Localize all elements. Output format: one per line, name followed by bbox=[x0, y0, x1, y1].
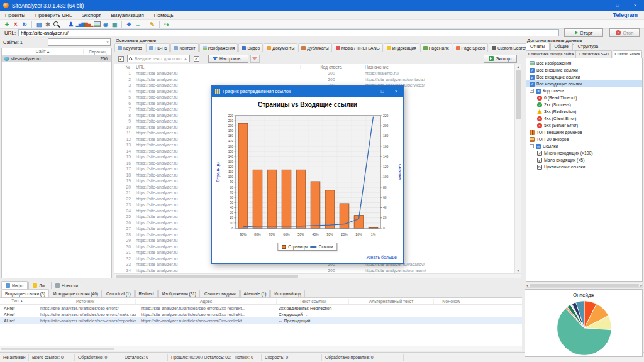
refresh-icon[interactable]: ↻ bbox=[21, 21, 28, 28]
col-url[interactable]: URL bbox=[133, 65, 301, 69]
sites-search-input[interactable] bbox=[48, 40, 106, 45]
bottom-subtab[interactable]: Сниппет выдачи bbox=[201, 290, 240, 297]
bottom-subtab[interactable]: Alternate (1) bbox=[240, 290, 270, 297]
export-tool-icon[interactable]: → bbox=[134, 21, 142, 28]
filter-checkbox[interactable]: ✓ bbox=[194, 56, 199, 62]
close-button[interactable]: × bbox=[626, 0, 644, 11]
col-nofollow[interactable]: NoFollow bbox=[434, 299, 469, 304]
start-button[interactable]: Старт bbox=[564, 28, 603, 37]
sites-col-site[interactable]: Сайт ▴ bbox=[2, 49, 84, 54]
col-address[interactable]: Адрес bbox=[136, 299, 277, 304]
links-hscroll-thumb[interactable] bbox=[1, 348, 114, 350]
table-search-input[interactable] bbox=[133, 56, 183, 62]
add-project-icon[interactable]: + bbox=[3, 21, 11, 28]
url-input[interactable] bbox=[18, 29, 559, 36]
tree-item[interactable]: × 0 (Read Timeout) bbox=[526, 94, 642, 101]
scroll-down-icon[interactable]: ▼ bbox=[517, 268, 520, 273]
tree-item[interactable]: ↙ Все входящие ссылки bbox=[526, 74, 642, 80]
main-tab[interactable]: Видео bbox=[238, 43, 263, 52]
image-tool-icon[interactable] bbox=[94, 21, 101, 27]
delete-project-icon[interactable]: × bbox=[12, 21, 19, 28]
menu-item[interactable]: Проекты bbox=[0, 13, 30, 18]
separator[interactable] bbox=[31, 21, 32, 28]
main-tab[interactable]: Page Speed bbox=[453, 43, 488, 52]
right-subtab[interactable]: Статистика SEO bbox=[577, 50, 611, 58]
main-tab[interactable]: Дубликаты bbox=[298, 43, 331, 52]
tree-item[interactable]: ✓ 2xx (Success) bbox=[526, 101, 642, 108]
right-subtab[interactable]: Статистика обхода сайта bbox=[526, 50, 576, 58]
copy-icon[interactable]: ▤ bbox=[35, 21, 43, 28]
bottom-tab[interactable]: Инфо bbox=[1, 281, 28, 289]
dialog-minimize-button[interactable]: — bbox=[362, 86, 375, 97]
separator[interactable] bbox=[64, 21, 64, 28]
main-tab[interactable]: Keywords bbox=[114, 43, 145, 52]
configure-filter-button[interactable]: Настроить... bbox=[208, 55, 248, 63]
table-row[interactable]: 1 https://site-analyzer.ru 200 https://m… bbox=[114, 70, 514, 77]
bottom-subtab[interactable]: Входящие ссылки (3) bbox=[1, 289, 49, 297]
bottom-subtab[interactable]: Исходящие ссылки (46) bbox=[50, 290, 102, 297]
main-table-vscrollbar[interactable]: ▲ ▼ bbox=[514, 64, 521, 273]
network-icon[interactable]: ❖ bbox=[125, 21, 133, 28]
right-tab[interactable]: Отчеты bbox=[526, 43, 550, 50]
col-source[interactable]: Источник bbox=[35, 299, 136, 304]
col-destination[interactable]: Назначение bbox=[362, 65, 514, 69]
menu-item[interactable]: Визуализация bbox=[106, 13, 148, 18]
link-row[interactable]: AHref https://site-analyzer.ru/articles/… bbox=[0, 305, 522, 311]
separator[interactable] bbox=[145, 21, 145, 28]
tree-item[interactable]: ↗ Все исходящие ссылки bbox=[526, 80, 642, 87]
column-chart-icon[interactable]: ▇▅▂ bbox=[85, 21, 92, 28]
tree-item[interactable]: ТОП-30 анкоров bbox=[526, 136, 642, 143]
table-row[interactable]: 2 https://site-analyzer.ru 200 https://s… bbox=[114, 77, 514, 83]
col-alt-text[interactable]: Альтернативный текст bbox=[349, 299, 434, 304]
bottom-tab[interactable]: Новости bbox=[51, 282, 82, 289]
bottom-subtab[interactable]: Redirect bbox=[135, 290, 158, 297]
tree-item[interactable]: Все изображения bbox=[526, 60, 642, 67]
collapse-icon[interactable]: − bbox=[530, 144, 534, 148]
tree-item[interactable]: ТОП внешних доменов bbox=[526, 129, 642, 136]
visualization-icon[interactable]: ♟ bbox=[67, 21, 75, 28]
stop-button[interactable]: ×Стоп bbox=[609, 28, 640, 37]
tree-item[interactable]: ↗ Много исходящих (>100) bbox=[526, 150, 642, 156]
link-row[interactable]: AHref https://site-analyzer.ru/articles/… bbox=[0, 317, 522, 324]
main-tab[interactable]: Документы bbox=[264, 43, 297, 52]
telegram-link[interactable]: Telegram bbox=[613, 12, 638, 18]
tree-item[interactable]: ↙ Мало входящих (<5) bbox=[526, 156, 642, 163]
exit-icon[interactable]: ↪ bbox=[163, 21, 170, 28]
separator[interactable] bbox=[121, 21, 122, 28]
col-number[interactable]: № bbox=[114, 65, 133, 69]
separator[interactable] bbox=[159, 21, 160, 28]
dialog-close-button[interactable]: × bbox=[389, 86, 403, 97]
tree-item[interactable]: − ≡ Код ответа bbox=[526, 87, 642, 94]
menu-item[interactable]: Проверить URL bbox=[30, 13, 77, 18]
col-link-text[interactable]: Текст ссылки bbox=[277, 299, 349, 304]
main-table-hscrollbar[interactable] bbox=[114, 273, 521, 278]
tree-item[interactable]: − ∞ Ссылки bbox=[526, 143, 642, 150]
table-row[interactable]: 34 https://site-analyzer.ru 200 https://… bbox=[114, 268, 514, 274]
scroll-up-icon[interactable]: ▲ bbox=[517, 64, 520, 69]
export-button[interactable]: Экспорт bbox=[484, 55, 517, 63]
bar-chart-icon[interactable]: ▂▅▇ bbox=[76, 21, 84, 28]
scroll-left-icon[interactable]: ◂ bbox=[526, 283, 528, 287]
site-row[interactable]: site-analyzer.ru 256 bbox=[2, 55, 111, 62]
minimize-button[interactable]: — bbox=[591, 0, 609, 11]
scroll-right-icon[interactable]: ▸ bbox=[640, 283, 642, 287]
right-tab[interactable]: Общие bbox=[550, 43, 573, 50]
main-tab[interactable]: H1-H6 bbox=[146, 43, 170, 52]
maximize-button[interactable]: □ bbox=[609, 0, 626, 11]
web-icon[interactable]: ◉ bbox=[102, 21, 109, 28]
tree-item[interactable]: ↗ Все внешние ссылки bbox=[526, 67, 642, 74]
tree-item[interactable]: × 5xx (Server Error) bbox=[526, 122, 642, 129]
bottom-subtab[interactable]: Canonical (1) bbox=[103, 290, 135, 297]
hscroll-thumb[interactable] bbox=[116, 275, 298, 278]
main-tab[interactable]: Media / HREFLANG bbox=[333, 43, 383, 52]
vscroll-thumb[interactable] bbox=[516, 70, 521, 119]
search-icon[interactable] bbox=[53, 21, 60, 28]
right-subtab[interactable]: Custom Filters bbox=[613, 50, 643, 58]
dashboard-icon[interactable]: ▦ bbox=[111, 21, 118, 28]
tree-item[interactable]: × 4xx (Client Error) bbox=[526, 115, 642, 122]
main-tab[interactable]: PageRank bbox=[420, 43, 452, 52]
main-tab[interactable]: Индексация bbox=[384, 43, 419, 52]
right-tab[interactable]: Структура bbox=[574, 43, 602, 50]
clear-icon[interactable]: × bbox=[106, 40, 110, 45]
learn-more-link[interactable]: Узнать больше bbox=[366, 255, 397, 260]
